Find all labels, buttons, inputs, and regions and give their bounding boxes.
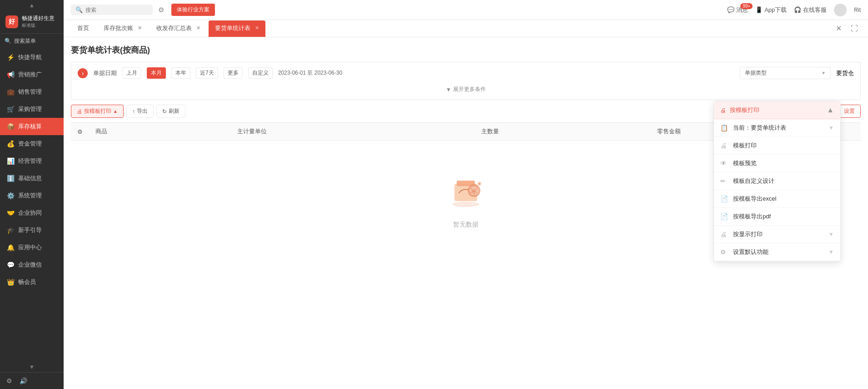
topbar-search-input[interactable] <box>85 7 140 13</box>
sidebar-scroll-down[interactable]: ▼ <box>0 362 64 372</box>
tab-inventory-batch-label: 库存批次账 <box>104 24 133 32</box>
guide-icon: 🎓 <box>6 227 15 234</box>
refresh-icon: ↻ <box>162 108 167 115</box>
sidebar-item-wechat[interactable]: 💬 企业微信 <box>0 256 64 273</box>
app-center-icon: 🔔 <box>6 244 15 251</box>
finance-icon: 💰 <box>6 140 15 147</box>
date-btn-more[interactable]: 更多 <box>224 67 243 79</box>
inventory-icon: 📦 <box>6 123 15 130</box>
sidebar-item-sales[interactable]: 💼 销售管理 <box>0 83 64 101</box>
sidebar-item-finance[interactable]: 💰 资金管理 <box>0 135 64 152</box>
date-btn-last-month[interactable]: 上月 <box>122 67 141 79</box>
sidebar-item-guide[interactable]: 🎓 新手引导 <box>0 222 64 239</box>
username-label: Rit <box>854 7 861 13</box>
tab-receivable-summary[interactable]: 收发存汇总表 ✕ <box>150 20 207 37</box>
refresh-label: 刷新 <box>169 107 180 115</box>
tab-order-stats-close[interactable]: ✕ <box>255 25 259 31</box>
app-download-button[interactable]: 📱 App下载 <box>755 6 787 14</box>
date-btn-custom[interactable]: 自定义 <box>248 67 273 79</box>
online-support-button[interactable]: 🎧 在线客服 <box>794 6 827 14</box>
col-goods: 商品 <box>89 123 231 141</box>
sidebar-item-basic-info[interactable]: ℹ️ 基础信息 <box>0 170 64 187</box>
expand-more-conditions[interactable]: ▼ 展开更多条件 <box>441 84 490 95</box>
expand-icon: ▼ <box>446 86 451 93</box>
print-dropdown-template-preview[interactable]: 👁 模板预览 <box>714 155 840 172</box>
topbar-search-area[interactable]: 🔍 <box>71 5 153 15</box>
operations-icon: 📊 <box>6 157 15 165</box>
print-dropdown-set-default[interactable]: ⚙ 设置默认功能 ▼ <box>714 243 840 261</box>
sidebar-item-member[interactable]: 👑 畅会员 <box>0 273 64 291</box>
sidebar-item-inventory[interactable]: 📦 库存核算 <box>0 118 64 135</box>
page-title: 要货单统计表(按商品) <box>71 45 861 56</box>
sidebar-item-quick-nav[interactable]: ⚡ 快捷导航 <box>0 49 64 66</box>
print-dropdown-current[interactable]: 📋 当前：要货单统计表 ▼ <box>714 119 840 137</box>
tab-expand-button[interactable]: ⛶ <box>848 24 861 34</box>
template-custom-icon: ✏ <box>720 177 728 185</box>
topbar-right: 💬 消息 99+ 📱 App下载 🎧 在线客服 Rit <box>727 4 861 16</box>
set-default-label: 设置默认功能 <box>733 248 824 256</box>
sidebar-item-app-center[interactable]: 🔔 应用中心 <box>0 239 64 256</box>
sidebar-search[interactable]: 🔍 搜索菜单 <box>0 34 64 49</box>
print-dropdown-template-custom[interactable]: ✏ 模板自定义设计 <box>714 172 840 190</box>
export-pdf-label: 按模板导出pdf <box>733 212 834 221</box>
purchase-icon: 🛒 <box>6 106 15 113</box>
tab-order-stats-label: 要货单统计表 <box>215 24 250 32</box>
print-dropdown-template-print[interactable]: 🖨 模板打印 <box>714 137 840 155</box>
export-button[interactable]: ↑ 导出 <box>126 105 154 118</box>
topbar: 🔍 ⚙ 体验行业方案 💬 消息 99+ 📱 App下载 🎧 在线客服 Rit <box>64 0 868 20</box>
col-settings[interactable]: ⚙ <box>71 123 89 141</box>
empty-state-icon <box>443 168 489 213</box>
tab-home-label: 首页 <box>77 24 89 32</box>
template-preview-label: 模板预览 <box>733 159 834 167</box>
print-dropdown-close-icon[interactable]: ▲ <box>827 106 834 114</box>
volume-footer-icon[interactable]: 🔊 <box>20 377 27 384</box>
print-dropdown-title: 按模板打印 <box>730 106 759 114</box>
user-avatar[interactable] <box>834 4 847 16</box>
print-dropdown-export-pdf[interactable]: 📄 按模板导出pdf <box>714 208 840 226</box>
date-btn-this-month[interactable]: 本月 <box>147 67 166 79</box>
trial-button[interactable]: 体验行业方案 <box>171 4 215 16</box>
settings-button[interactable]: 设置 <box>838 105 861 118</box>
print-dropdown-title-area: 🖨 按模板打印 <box>720 106 759 114</box>
sidebar-item-label: 企业微信 <box>18 261 42 269</box>
sidebar-item-label: 经营管理 <box>18 157 42 165</box>
messages-button[interactable]: 💬 消息 99+ <box>727 6 748 14</box>
current-template-icon: 📋 <box>720 124 728 131</box>
sidebar-item-system[interactable]: ⚙️ 系统管理 <box>0 187 64 204</box>
settings-footer-icon[interactable]: ⚙ <box>6 377 12 384</box>
date-btn-this-year[interactable]: 本年 <box>171 67 190 79</box>
print-template-button[interactable]: 🖨 按模板打印 ▲ <box>71 105 124 118</box>
sidebar-item-label: 企业协同 <box>18 209 42 217</box>
sidebar-scroll-up[interactable]: ▲ <box>0 0 64 10</box>
sidebar-item-operations[interactable]: 📊 经营管理 <box>0 152 64 170</box>
tab-inventory-batch-close[interactable]: ✕ <box>138 25 142 31</box>
sidebar-item-marketing[interactable]: 📢 营销推广 <box>0 66 64 83</box>
print-dropdown-display-print[interactable]: 🖨 按显示打印 ▼ <box>714 226 840 243</box>
display-print-icon: 🖨 <box>720 231 728 238</box>
tab-order-stats[interactable]: 要货单统计表 ✕ <box>209 20 265 37</box>
type-filter-select[interactable]: 单据类型 ▼ <box>740 67 831 79</box>
sidebar-item-label: 系统管理 <box>18 192 42 200</box>
sidebar-item-enterprise[interactable]: 🤝 企业协同 <box>0 204 64 222</box>
date-btn-7days[interactable]: 近7天 <box>196 67 218 79</box>
refresh-button[interactable]: ↻ 刷新 <box>156 105 185 118</box>
export-label: 导出 <box>137 107 148 115</box>
tab-close-all-button[interactable]: ✕ <box>833 23 844 34</box>
tab-receivable-summary-close[interactable]: ✕ <box>196 25 200 31</box>
app-edition: 标准版 <box>22 22 55 29</box>
print-dropdown-header: 🖨 按模板打印 ▲ <box>714 101 840 119</box>
filter-expand-button[interactable]: › <box>78 68 88 78</box>
settings-label: 设置 <box>844 107 855 115</box>
tab-inventory-batch[interactable]: 库存批次账 ✕ <box>97 20 148 37</box>
print-dropdown-export-excel[interactable]: 📄 按模板导出excel <box>714 190 840 208</box>
sidebar-item-purchase[interactable]: 🛒 采购管理 <box>0 101 64 118</box>
messages-badge: 99+ <box>740 3 753 9</box>
filter-row-expand: ▼ 展开更多条件 <box>78 84 854 95</box>
current-template-chevron-icon: ▼ <box>828 125 834 131</box>
topbar-gear-icon[interactable]: ⚙ <box>158 6 164 14</box>
display-print-chevron-icon: ▼ <box>828 231 834 237</box>
sidebar-item-label: 应用中心 <box>18 243 42 252</box>
sidebar-search-label: 搜索菜单 <box>14 37 36 45</box>
app-name: 畅捷通好生意 <box>22 15 55 22</box>
tab-home[interactable]: 首页 <box>71 20 95 37</box>
